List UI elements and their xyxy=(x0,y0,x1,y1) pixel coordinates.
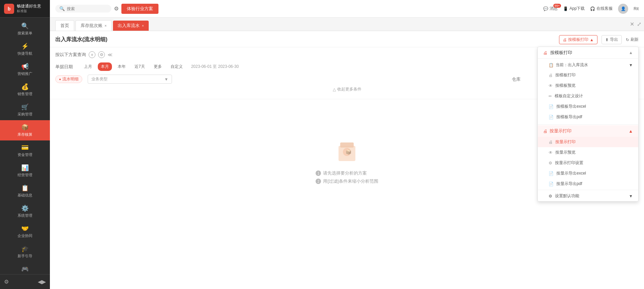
display-section-icon: 🖨 xyxy=(543,129,548,134)
set-default-icon: ⚙ xyxy=(549,194,552,199)
sidebar-item-corp[interactable]: 🤝 企业协同 xyxy=(0,221,50,242)
sidebar-item-operations[interactable]: 📊 经营管理 xyxy=(0,161,50,181)
dropdown-item-display-pdf[interactable]: 📄 按显示导出pdf xyxy=(538,179,638,189)
dropdown-item-display-preview[interactable]: 👁 按显示预览 xyxy=(538,147,638,158)
sidebar-item-search[interactable]: 🔍 搜索菜单 xyxy=(0,19,50,39)
dropdown-item-template-preview[interactable]: 👁 按模板预览 xyxy=(538,80,638,91)
gear-icon[interactable]: ⚙ xyxy=(114,5,119,12)
headset-icon: 🎧 xyxy=(590,6,595,11)
sidebar-label-basic: 基础信息 xyxy=(18,193,32,198)
dropdown-item-display-settings[interactable]: ⚙ 按显示打印设置 xyxy=(538,158,638,168)
sidebar-item-apps[interactable]: 🎮 应用中心 xyxy=(0,262,50,274)
empty-state: 📦 1 请先选择要分析的方案 2 用[过滤]条件来缩小分析范围 xyxy=(316,139,378,186)
sidebar-label-shortcut: 快捷导航 xyxy=(18,51,32,56)
dropdown-template-section: 📋 当前：出入库流水 ▼ 🖨 按模板打印 👁 按模板预览 ✏ 模板自定义设计 📄… xyxy=(538,59,638,124)
template-items-container: 🖨 按模板打印 👁 按模板预览 ✏ 模板自定义设计 📄 按模板导出excel 📄… xyxy=(538,70,638,122)
topbar-right: 💬 消息 99+ 📱 App下载 🎧 在线客服 👤 Rit xyxy=(543,4,639,14)
sidebar-icon-marketing: 📢 xyxy=(21,63,29,70)
sidebar-item-purchase[interactable]: 🛒 采购管理 xyxy=(0,100,50,120)
sidebar-label-operations: 经营管理 xyxy=(18,173,32,178)
sidebar-icon-shortcut: ⚡ xyxy=(21,43,29,50)
trial-button[interactable]: 体验行业方案 xyxy=(121,4,158,14)
collapse-sidebar-icon[interactable]: ◀▶ xyxy=(38,279,46,285)
step-2-text: 用[过滤]条件来缩小分析范围 xyxy=(323,178,378,184)
display-section-arrow: ▲ xyxy=(628,129,633,134)
print-button[interactable]: 🖨 按模板打印 ▲ xyxy=(559,35,597,44)
sidebar-item-basic[interactable]: 📋 基础信息 xyxy=(0,181,50,201)
filter-collapse-button[interactable]: ≪ xyxy=(108,52,113,57)
sidebar-icon-basic: 📋 xyxy=(21,184,29,192)
search-icon: 🔍 xyxy=(59,6,65,11)
label-template-pdf: 按模板导出pdf xyxy=(556,114,582,120)
icon-template-excel: 📄 xyxy=(549,104,554,109)
settings-icon[interactable]: ⚙ xyxy=(4,279,9,285)
tab-flow[interactable]: 出入库流水× xyxy=(113,21,148,31)
dropdown-item-template-print[interactable]: 🖨 按模板打印 xyxy=(538,70,638,80)
date-btn-last_7[interactable]: 近7天 xyxy=(131,62,148,71)
sidebar-label-inventory: 库存核算 xyxy=(18,132,32,137)
set-default-item[interactable]: ⚙ 设置默认功能 ▼ xyxy=(538,191,638,201)
sidebar-item-shortcut[interactable]: ⚡ 快捷导航 xyxy=(0,39,50,59)
sidebar-label-corp: 企业协同 xyxy=(18,233,32,238)
sidebar-item-sales[interactable]: 💰 销售管理 xyxy=(0,80,50,100)
message-button[interactable]: 💬 消息 99+ xyxy=(543,6,558,11)
avatar[interactable]: 👤 xyxy=(618,4,628,14)
sidebar-icon-apps: 🎮 xyxy=(21,265,29,273)
sidebar-footer: ⚙ ◀▶ xyxy=(0,274,50,289)
date-btn-current_month[interactable]: 本月 xyxy=(98,62,112,71)
filter-settings-button[interactable]: ⚙ xyxy=(98,51,105,58)
step-1-num: 1 xyxy=(316,170,321,176)
dropdown-item-template-excel[interactable]: 📄 按模板导出excel xyxy=(538,101,638,112)
date-btn-last_month[interactable]: 上月 xyxy=(81,62,95,71)
search-input[interactable] xyxy=(67,6,107,11)
topbar: 🔍 ⚙ 体验行业方案 💬 消息 99+ 📱 App下载 🎧 在 xyxy=(50,0,644,18)
label-template-customize: 模板自定义设计 xyxy=(555,93,583,99)
sidebar-item-guide[interactable]: 🎓 新手引导 xyxy=(0,242,50,262)
svg-rect-1 xyxy=(340,142,354,148)
biz-type-select[interactable]: 业务类型 ▼ xyxy=(88,75,172,84)
dropdown-print-icon: 🖨 xyxy=(543,50,548,55)
close-window-button[interactable]: ✕ xyxy=(630,21,634,27)
username-label[interactable]: Rit xyxy=(634,6,639,11)
tab-home[interactable]: 首页 xyxy=(55,20,74,31)
filter-add-button[interactable]: + xyxy=(89,51,95,58)
page-content: 出入库流水(流水明细) 🖨 按模板打印 ▲ ⬆ 导出 ↻ 刷新 xyxy=(50,31,644,289)
refresh-button[interactable]: ↻ 刷新 xyxy=(626,37,639,43)
dropdown-item-template-pdf[interactable]: 📄 按模板导出pdf xyxy=(538,112,638,122)
tab-label-home: 首页 xyxy=(60,23,69,29)
display-section-header[interactable]: 🖨 按显示打印 ▲ xyxy=(538,125,638,137)
date-btn-this_year[interactable]: 本年 xyxy=(115,62,129,71)
dropdown-current-item[interactable]: 📋 当前：出入库流水 ▼ xyxy=(538,60,638,70)
expand-window-button[interactable]: ⤢ xyxy=(637,21,641,27)
sidebar-icon-finance: 💳 xyxy=(21,144,29,151)
empty-step-2: 2 用[过滤]条件来缩小分析范围 xyxy=(316,178,378,184)
print-label: 按模板打印 xyxy=(568,37,588,43)
dropdown-item-template-customize[interactable]: ✏ 模板自定义设计 xyxy=(538,91,638,101)
filter-tag[interactable]: ● 流水明细 xyxy=(55,75,82,83)
app-download-button[interactable]: 📱 App下载 xyxy=(563,6,585,11)
sidebar-item-system[interactable]: ⚙️ 系统管理 xyxy=(0,201,50,221)
dropdown-item-display-print[interactable]: 🖨 按显示打印 xyxy=(538,137,638,147)
label-template-preview: 按模板预览 xyxy=(555,83,576,88)
dropdown-header[interactable]: 🖨 按模板打印 ▲ xyxy=(538,47,638,59)
sidebar-nav: 🔍 搜索菜单 ⚡ 快捷导航 📢 营销推广 💰 销售管理 🛒 采购管理 📦 库存核… xyxy=(0,18,50,274)
tab-batch[interactable]: 库存批次账× xyxy=(76,20,112,31)
sidebar-item-marketing[interactable]: 📢 营销推广 xyxy=(0,59,50,80)
sidebar-item-inventory[interactable]: 📦 库存核算 xyxy=(0,120,50,140)
tab-close-flow[interactable]: × xyxy=(142,24,144,28)
dropdown-item-display-excel[interactable]: 📄 按显示导出excel xyxy=(538,168,638,179)
date-btn-custom[interactable]: 自定义 xyxy=(168,62,186,71)
current-template-icon: 📋 xyxy=(549,63,554,68)
phone-icon: 📱 xyxy=(563,6,568,11)
online-service-button[interactable]: 🎧 在线客服 xyxy=(590,6,613,11)
sidebar-item-finance[interactable]: 💳 资金管理 xyxy=(0,140,50,161)
collapse-up-icon: △ xyxy=(333,87,336,92)
step-1-text: 请先选择要分析的方案 xyxy=(323,170,367,176)
svg-text:📦: 📦 xyxy=(346,149,352,155)
dropdown-divider-1 xyxy=(538,124,638,125)
date-btn-more[interactable]: 更多 xyxy=(151,62,165,71)
search-box[interactable]: 🔍 xyxy=(55,5,111,12)
export-button[interactable]: ⬆ 导出 xyxy=(602,35,622,44)
set-default-arrow: ▼ xyxy=(629,194,633,199)
tab-close-batch[interactable]: × xyxy=(105,24,107,28)
